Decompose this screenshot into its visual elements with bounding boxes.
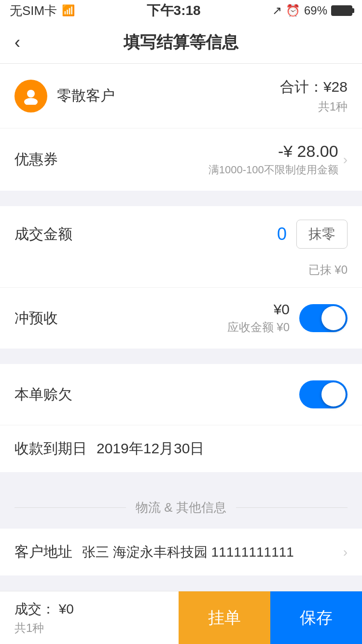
prereceipt-toggle[interactable]: [299, 304, 348, 332]
back-button[interactable]: ‹: [14, 32, 20, 53]
status-bar: 无SIM卡 📶 下午3:18 ↗ ⏰ 69%: [0, 0, 362, 21]
bottom-sub-label: 共1种: [14, 620, 164, 636]
bottom-main-label: 成交： ¥0: [14, 600, 164, 618]
bottom-summary: 成交： ¥0 共1种: [0, 600, 179, 636]
prereceipt-right: ¥0 应收金额 ¥0: [227, 301, 348, 335]
transaction-label: 成交金额: [14, 224, 72, 244]
address-section: 客户地址 张三 海淀永丰科技园 11111111111 ›: [0, 529, 362, 575]
coupon-label: 优惠券: [14, 150, 58, 169]
transaction-amount-row: 成交金额 0 抹零: [0, 206, 362, 262]
round-button[interactable]: 抹零: [296, 220, 348, 249]
customer-name: 零散客户: [57, 86, 115, 106]
status-time: 下午3:18: [147, 1, 201, 20]
prereceipt-row: 冲预收 ¥0 应收金额 ¥0: [0, 287, 362, 349]
save-button[interactable]: 保存: [270, 591, 362, 644]
location-icon: ↗: [272, 4, 282, 17]
debt-toggle[interactable]: [299, 380, 348, 408]
due-date-row: 收款到期日 2019年12月30日: [0, 425, 362, 472]
debt-section: 本单赊欠 收款到期日 2019年12月30日: [0, 364, 362, 472]
wifi-icon: 📶: [62, 4, 75, 17]
coupon-right: -¥ 28.00 满1000-100不限制使用金额 ›: [209, 142, 348, 177]
address-value: 张三 海淀永丰科技园 11111111111: [82, 543, 343, 561]
status-right: ↗ ⏰ 69%: [272, 4, 352, 17]
prereceipt-main-amount: ¥0: [227, 301, 290, 318]
customer-row: 零散客户 合计：¥28 共1种: [0, 64, 362, 128]
battery-icon: [331, 5, 352, 16]
prereceipt-label: 冲预收: [14, 308, 58, 328]
transaction-section: 成交金额 0 抹零 已抹 ¥0 冲预收 ¥0 应收金额 ¥0: [0, 206, 362, 349]
avatar: [14, 80, 47, 112]
coupon-desc: 满1000-100不限制使用金额: [209, 163, 338, 177]
transaction-right: 0 抹零: [277, 220, 348, 249]
battery-label: 69%: [304, 4, 327, 17]
address-label: 客户地址: [14, 542, 72, 562]
sep-line-left: [14, 507, 126, 508]
coupon-discount: -¥ 28.00: [209, 142, 338, 161]
divider-1: [0, 198, 362, 206]
sim-signal: 无SIM卡: [10, 2, 57, 19]
svg-point-0: [27, 90, 35, 98]
total-count: 共1种: [280, 99, 348, 114]
chevron-right-icon: ›: [343, 152, 348, 168]
address-chevron-icon: ›: [343, 545, 348, 560]
due-date-value: 2019年12月30日: [97, 439, 204, 459]
divider-2: [0, 356, 362, 364]
page-title: 填写结算等信息: [124, 31, 238, 54]
debt-label: 本单赊欠: [14, 385, 72, 405]
transaction-value: 0: [277, 224, 287, 244]
logistics-label: 物流 & 其他信息: [136, 499, 226, 516]
status-left: 无SIM卡 📶: [10, 2, 75, 19]
prereceipt-sub-amount: 应收金额 ¥0: [227, 320, 290, 335]
divider-3: [0, 480, 362, 488]
nav-bar: ‹ 填写结算等信息: [0, 21, 362, 64]
logistics-section-header: 物流 & 其他信息: [0, 488, 362, 528]
address-row[interactable]: 客户地址 张三 海淀永丰科技园 11111111111 ›: [0, 529, 362, 575]
svg-point-1: [24, 98, 38, 105]
debt-toggle-knob: [321, 382, 346, 406]
toggle-knob: [321, 306, 346, 330]
debt-row: 本单赊欠: [0, 364, 362, 425]
sep-line-right: [236, 507, 348, 508]
alarm-icon: ⏰: [286, 4, 300, 17]
already-rounded: 已抹 ¥0: [0, 262, 362, 287]
customer-info: 零散客户: [14, 80, 115, 112]
prereceipt-amounts: ¥0 应收金额 ¥0: [227, 301, 290, 335]
due-date-label: 收款到期日: [14, 439, 87, 459]
bottom-bar: 成交： ¥0 共1种 挂单 保存: [0, 591, 362, 644]
total-amount: 合计：¥28: [280, 77, 348, 97]
coupon-row[interactable]: 优惠券 -¥ 28.00 满1000-100不限制使用金额 ›: [0, 128, 362, 191]
customer-section: 零散客户 合计：¥28 共1种 优惠券 -¥ 28.00 满1000-100不限…: [0, 64, 362, 191]
customer-total: 合计：¥28 共1种: [280, 77, 348, 114]
hold-button[interactable]: 挂单: [179, 591, 270, 644]
